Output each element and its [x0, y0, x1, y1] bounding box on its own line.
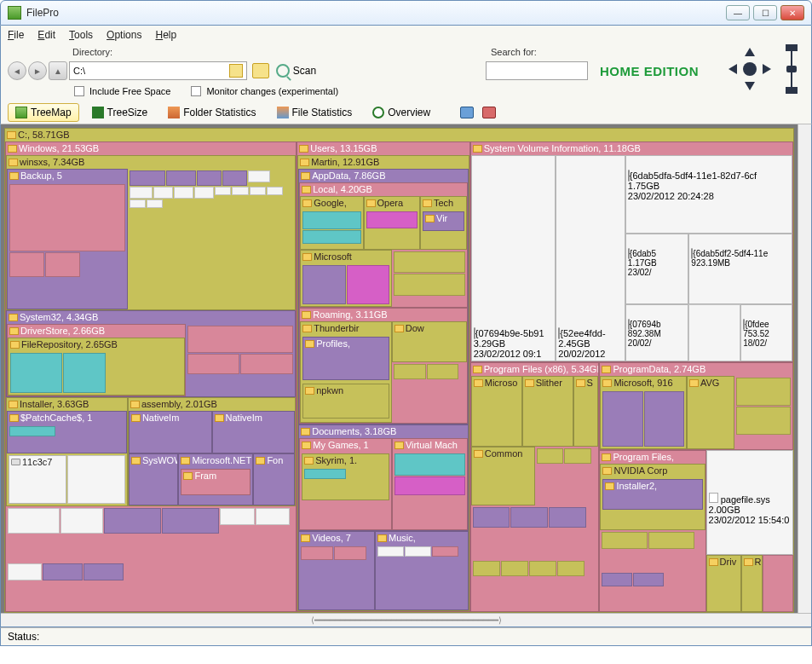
node-ms-local[interactable]: Microsoft [300, 250, 392, 308]
slider-top-icon [786, 44, 798, 51]
tab-overview[interactable]: Overview [365, 103, 438, 122]
node-11c3c7[interactable]: 11c3c7 [9, 455, 66, 504]
node-music[interactable]: Music, [375, 531, 469, 610]
nav-back-button[interactable]: ◄ [8, 61, 26, 80]
node-appdata[interactable]: AppData, 7.86GB Local, 4.20GB Google, [298, 169, 469, 424]
dpad-down-icon [745, 82, 755, 90]
node-guid1[interactable]: {07694b9e-5b913.29GB23/02/2012 09:1 [471, 155, 556, 361]
monitor-changes-checkbox[interactable] [191, 86, 201, 96]
tab-folderstats[interactable]: Folder Statistics [160, 103, 263, 122]
node-skyrim: Skyrim, 1. [302, 453, 389, 499]
path-text: C:\ [73, 66, 85, 76]
menu-file[interactable]: File [8, 29, 24, 41]
dpad-left-icon [728, 64, 737, 74]
menu-options[interactable]: Options [107, 29, 141, 41]
node-patchcache[interactable]: $PatchCache$, 1 [7, 411, 127, 453]
node-windows[interactable]: Windows, 21.53GB winsxs, 7.34GB Backup, … [5, 141, 297, 612]
status-label: Status: [8, 631, 39, 643]
node-guid5[interactable]: {6dab51.17GB23/02/ [625, 234, 689, 304]
directory-label: Directory: [72, 47, 112, 57]
node-thunderbird[interactable]: Thunderbir Profiles, npkwn [300, 321, 392, 423]
menu-edit[interactable]: Edit [37, 29, 55, 41]
tab-treemap[interactable]: TreeMap [8, 103, 79, 122]
node-syswow64[interactable]: SysWOW64 [129, 453, 179, 505]
tab-filestats[interactable]: File Statistics [269, 103, 360, 122]
tab-filestats-label: File Statistics [292, 107, 353, 118]
node-filerepo[interactable]: FileRepository, 2.65GB [8, 338, 185, 396]
scan-button[interactable]: Scan [276, 64, 316, 78]
node-guid6[interactable]: {07694b892.38M20/02/ [625, 304, 689, 362]
node-dow[interactable]: Dow [392, 321, 467, 362]
toolbar-options: Include Free Space Monitor changes (expe… [0, 82, 812, 101]
tab-treesize[interactable]: TreeSize [84, 103, 156, 122]
node-virtualmach[interactable]: Virtual Mach [392, 438, 468, 529]
menubar: File Edit Tools Options Help [0, 26, 812, 44]
node-nativeim2[interactable]: NativeIm [212, 411, 296, 453]
node-guid7[interactable]: {0fdee753.5218/02/ [740, 304, 792, 362]
menu-tools[interactable]: Tools [69, 29, 93, 41]
node-opera[interactable]: Opera [364, 196, 420, 250]
tab-treemap-label: TreeMap [31, 107, 72, 118]
close-button[interactable]: ✕ [780, 5, 804, 20]
nav-up-button[interactable]: ▲ [49, 61, 67, 80]
include-free-label: Include Free Space [89, 86, 170, 96]
dpad-up-icon [745, 48, 755, 56]
node-backup[interactable]: Backup, 5 [7, 169, 128, 309]
nav-dpad[interactable] [725, 44, 775, 94]
search-label: Search for: [491, 47, 600, 57]
nav-forward-button[interactable]: ► [28, 61, 47, 80]
browse-button[interactable] [252, 63, 269, 78]
maximize-button[interactable]: ☐ [753, 5, 777, 20]
search-input[interactable] [486, 61, 588, 80]
node-documents[interactable]: Documents, 3.18GB My Games, 1 Skyrim, 1.… [298, 424, 469, 530]
node-slither: Slither [522, 376, 573, 447]
node-users[interactable]: Users, 13.15GB Martin, 12.91GB AppData, … [297, 141, 470, 612]
minimize-button[interactable]: — [726, 5, 750, 20]
node-local[interactable]: Local, 4.20GB Google, Opera TechVir [299, 182, 468, 308]
node-assembly[interactable]: assembly, 2.01GB NativeIm NativeIm SysWO… [128, 397, 296, 506]
node-winsxs[interactable]: winsxs, 7.34GB Backup, 5 [6, 155, 296, 310]
vertical-scrollbar[interactable] [798, 124, 811, 613]
node-videos[interactable]: Videos, 7 [298, 531, 375, 610]
horizontal-scrollbar[interactable]: ⟨━━━━━━━━━━━━━━━━━━━━━━━━━━━━━━━━━━━━⟩ [1, 613, 811, 626]
treemap[interactable]: C:, 58.71GB Windows, 21.53GB winsxs, 7.3… [1, 124, 798, 613]
node-installer2: Installer2, [602, 479, 702, 511]
node-guid3[interactable]: {6dab5dfa-5df4-11e1-82d7-6cf1.75GB23/02/… [625, 155, 792, 234]
node-progdata[interactable]: ProgramData, 2.74GB Microsoft, 916 AVG [599, 362, 793, 449]
treemap-icon [15, 107, 27, 118]
node-r: R [741, 555, 763, 612]
slider-knob[interactable] [786, 66, 797, 72]
node-installer[interactable]: Installer, 3.63GB $PatchCache$, 1 11c3c7 [6, 397, 128, 506]
node-martin[interactable]: Martin, 12.91GB AppData, 7.86GB Local, 4… [297, 155, 469, 611]
node-svi[interactable]: System Volume Information, 11.18GB {0769… [470, 141, 793, 362]
zoom-slider[interactable] [781, 44, 802, 94]
node-driverstore[interactable]: DriverStore, 2.66GB FileRepository, 2.65… [7, 324, 186, 396]
node-guid2[interactable]: {52ee4fdd-2.45GB20/02/2012 [556, 155, 625, 361]
node-mygames[interactable]: My Games, 1 Skyrim, 1. [299, 438, 392, 529]
node-pf[interactable]: Program Files, NVIDIA Corp Installer2, [599, 450, 705, 612]
node-npkwn: npkwn [302, 384, 389, 419]
node-guid4[interactable]: {6dab5df2-5df4-11e923.19MB [688, 234, 792, 304]
node-system32[interactable]: System32, 4.34GB DriverStore, 2.66GB Fil… [6, 310, 296, 397]
node-fon[interactable]: Fon [253, 453, 295, 505]
node-roaming[interactable]: Roaming, 3.11GB Thunderbir Profiles, npk… [299, 308, 468, 424]
overview-icon [372, 107, 384, 118]
node-pagefile[interactable]: pagefile.sys 2.00GB 23/02/2012 15:54:0 [706, 450, 793, 556]
node-nativeim1[interactable]: NativeIm [129, 411, 212, 453]
include-free-checkbox[interactable] [74, 86, 84, 96]
dpad-right-icon [763, 64, 771, 74]
node-avg: AVG [687, 376, 734, 448]
search-icon [276, 64, 290, 78]
save-icon[interactable] [460, 107, 474, 118]
menu-help[interactable]: Help [155, 29, 176, 41]
node-tech[interactable]: TechVir [420, 196, 467, 250]
node-msnet[interactable]: Microsoft.NETFram [178, 453, 253, 505]
export-icon[interactable] [482, 107, 496, 118]
toolbar-inputs: ◄ ► ▲ C:\ Scan HOME EDITION [0, 60, 812, 82]
node-google[interactable]: Google, [300, 196, 363, 250]
directory-input[interactable]: C:\ [69, 61, 247, 80]
folder-open-icon [229, 64, 243, 78]
node-root[interactable]: C:, 58.71GB Windows, 21.53GB winsxs, 7.3… [4, 128, 794, 613]
node-label: C:, 58.71GB [18, 129, 70, 141]
node-pfx86[interactable]: Program Files (x86), 5.34GB Microso Slit… [470, 362, 600, 612]
